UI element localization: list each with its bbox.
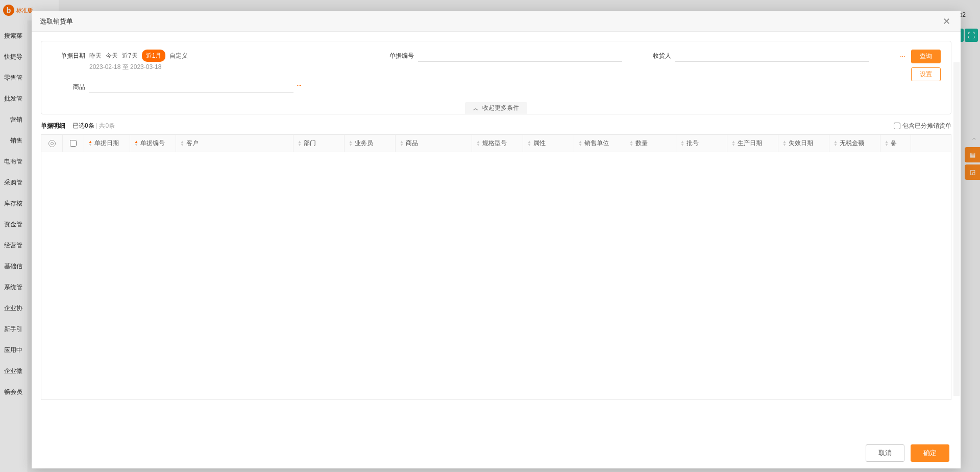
filter-label-receiver: 收货人 [638,50,675,62]
date-chip[interactable]: 昨天 [89,50,102,61]
doc-no-input[interactable] [418,50,622,62]
modal-footer: 取消 确定 [32,437,961,468]
chevron-up-icon: ︽ [473,105,478,111]
column-header-unit[interactable]: ▲▼销售单位 [574,135,625,152]
column-header-attr[interactable]: ▲▼属性 [523,135,574,152]
table-horizontal-scrollbar[interactable] [41,391,951,399]
filter-label-goods: 商品 [52,81,89,93]
table-header: ▲▼单据日期▲▼单据编号▲▼客户▲▼部门▲▼业务员▲▼商品▲▼规格型号▲▼属性▲… [41,135,951,152]
date-chip[interactable]: 近7天 [122,50,138,61]
include-allocated-checkbox[interactable]: 包含已分摊销货单 [894,122,951,130]
filter-label-docno: 单据编号 [380,50,418,62]
sort-arrows-icon: ▲▼ [476,140,480,147]
column-header-spec[interactable]: ▲▼规格型号 [472,135,523,152]
list-selected: 已选0条 | 共0条 [72,122,115,130]
sort-arrows-icon: ▲▼ [834,140,838,147]
cancel-button[interactable]: 取消 [866,444,904,462]
include-allocated-input[interactable] [894,123,900,129]
list-total: 共0条 [99,122,115,129]
query-button[interactable]: 查询 [911,50,941,63]
column-label: 数量 [635,139,648,148]
modal-header: 选取销货单 ✕ [32,11,961,32]
list-meta: 单据明细 已选0条 | 共0条 包含已分摊销货单 [41,122,951,130]
sort-arrows-icon: ▲▼ [629,140,633,147]
receiver-input[interactable] [675,50,869,62]
select-all-cell [63,135,84,152]
sort-arrows-icon: ▲▼ [298,140,302,147]
collapse-filters-button[interactable]: ︽ 收起更多条件 [465,102,527,114]
column-settings-button[interactable] [41,135,63,152]
filter-more-icon[interactable]: ··· [900,52,905,61]
sort-arrows-icon: ▲▼ [88,140,92,147]
filter-panel: 单据日期 昨天今天近7天近1月自定义 2023-02-18 至 2023-03-… [41,41,951,114]
select-sales-order-modal: 选取销货单 ✕ 单据日期 昨天今天近7天近1月自定义 2023-02-18 至 … [32,11,961,468]
date-chip[interactable]: 近1月 [142,50,166,62]
filter-actions: ··· 查询 设置 [900,50,941,81]
goods-input[interactable] [89,81,293,93]
column-label: 规格型号 [482,139,507,148]
sort-arrows-icon: ▲▼ [400,140,404,147]
modal-body: 单据日期 昨天今天近7天近1月自定义 2023-02-18 至 2023-03-… [32,32,961,437]
column-header-batch[interactable]: ▲▼批号 [676,135,727,152]
modal-horizontal-scrollbar[interactable] [41,404,947,411]
column-label: 销售单位 [584,139,609,148]
collapse-label: 收起更多条件 [482,104,519,111]
sort-arrows-icon: ▲▼ [782,140,787,147]
sort-arrows-icon: ▲▼ [134,140,138,147]
selected-suffix: 条 [88,122,94,129]
column-label: 无税金额 [840,139,864,148]
filter-receiver: 收货人 [638,50,869,62]
column-label: 属性 [533,139,546,148]
confirm-button[interactable]: 确定 [911,444,949,462]
sort-arrows-icon: ▲▼ [349,140,353,147]
collapse-bar: ︽ 收起更多条件 [41,102,951,114]
column-label: 单据编号 [140,139,165,148]
column-header-dept[interactable]: ▲▼部门 [293,135,345,152]
select-all-checkbox[interactable] [70,140,77,147]
column-header-exp_date[interactable]: ▲▼失效日期 [778,135,829,152]
gear-icon [48,140,56,147]
column-header-remark[interactable]: ▲▼备 [880,135,911,152]
column-label: 商品 [406,139,418,148]
column-label: 批号 [687,139,699,148]
column-header-prod_date[interactable]: ▲▼生产日期 [727,135,778,152]
column-label: 备 [891,139,897,148]
table-body-empty [41,152,951,391]
filter-label-date: 单据日期 [52,50,89,62]
sort-arrows-icon: ▲▼ [180,140,184,147]
close-icon[interactable]: ✕ [941,16,952,27]
include-allocated-label: 包含已分摊销货单 [902,122,951,130]
column-header-goods[interactable]: ▲▼商品 [396,135,472,152]
date-chip[interactable]: 今天 [106,50,118,61]
column-label: 生产日期 [738,139,762,148]
data-table: ▲▼单据日期▲▼单据编号▲▼客户▲▼部门▲▼业务员▲▼商品▲▼规格型号▲▼属性▲… [41,134,951,400]
goods-more-icon[interactable]: ··· [297,81,301,89]
settings-button[interactable]: 设置 [911,67,941,81]
sort-arrows-icon: ▲▼ [731,140,736,147]
column-label: 部门 [304,139,316,148]
column-label: 业务员 [355,139,373,148]
column-label: 失效日期 [789,139,813,148]
inner-scrollbar[interactable] [953,62,960,396]
column-label: 客户 [186,139,199,148]
selected-count: 0 [85,122,88,129]
column-header-doc_date[interactable]: ▲▼单据日期 [84,135,130,152]
sort-arrows-icon: ▲▼ [527,140,531,147]
filter-doc-date: 单据日期 昨天今天近7天近1月自定义 2023-02-18 至 2023-03-… [52,50,268,72]
column-label: 单据日期 [94,139,119,148]
sort-arrows-icon: ▲▼ [885,140,889,147]
modal-title: 选取销货单 [40,17,73,26]
column-header-doc_no[interactable]: ▲▼单据编号 [130,135,176,152]
selected-prefix: 已选 [72,122,85,129]
date-chip[interactable]: 自定义 [169,50,188,61]
list-title: 单据明细 [41,122,65,130]
column-header-qty[interactable]: ▲▼数量 [625,135,676,152]
sort-arrows-icon: ▲▼ [578,140,582,147]
column-header-notax[interactable]: ▲▼无税金额 [829,135,880,152]
column-header-customer[interactable]: ▲▼客户 [176,135,293,152]
date-range-chips: 昨天今天近7天近1月自定义 [89,50,268,62]
filter-goods: 商品 ··· [52,81,301,93]
sort-arrows-icon: ▲▼ [680,140,684,147]
column-header-sales[interactable]: ▲▼业务员 [345,135,396,152]
date-range-display: 2023-02-18 至 2023-03-18 [89,63,268,72]
